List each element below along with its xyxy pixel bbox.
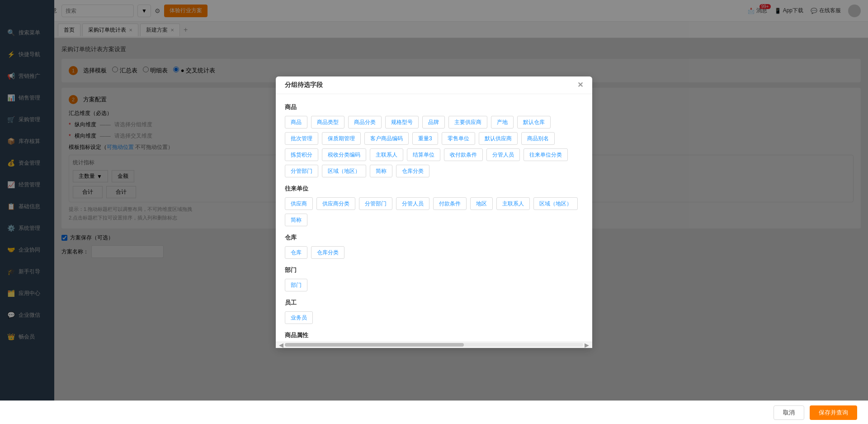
field-tag-default-warehouse[interactable]: 默认仓库 xyxy=(517,116,551,129)
field-tag-tax-code[interactable]: 税收分类编码 xyxy=(322,148,366,161)
modal-close-btn[interactable]: ✕ xyxy=(577,81,583,89)
field-tag-payment-terms[interactable]: 收付款条件 xyxy=(444,148,483,161)
field-tag-dept-mgmt[interactable]: 分管部门 xyxy=(285,165,318,177)
field-tags-dept: 部门 xyxy=(285,279,583,291)
cancel-button[interactable]: 取消 xyxy=(774,405,804,420)
scroll-left-btn[interactable]: ◀ xyxy=(278,342,285,348)
section-title-employee: 员工 xyxy=(285,299,583,307)
modal-scrollbar[interactable]: ◀ ▶ xyxy=(276,342,592,348)
field-tag-pick-points[interactable]: 拣货积分 xyxy=(285,148,318,161)
section-title-counterpart: 往来单位 xyxy=(285,185,583,193)
field-tag-product[interactable]: 商品 xyxy=(285,116,307,129)
field-tag-customer-code[interactable]: 客户商品编码 xyxy=(364,132,409,145)
field-tags-warehouse: 仓库 仓库分类 xyxy=(285,246,583,259)
scroll-right-btn[interactable]: ▶ xyxy=(583,342,590,348)
field-tags-product: 商品 商品类型 商品分类 规格型号 品牌 主要供应商 产地 默认仓库 批次管理 … xyxy=(285,116,583,177)
field-tag-brand[interactable]: 品牌 xyxy=(422,116,445,129)
field-tag-default-supplier[interactable]: 默认供应商 xyxy=(479,132,518,145)
field-tag-spec-model[interactable]: 规格型号 xyxy=(385,116,419,129)
field-tag-dept-mgmt2[interactable]: 分管部门 xyxy=(359,197,392,210)
field-tag-region-counterpart[interactable]: 区域（地区） xyxy=(533,197,578,210)
field-tag-origin[interactable]: 产地 xyxy=(491,116,514,129)
h-scrollbar-thumb xyxy=(285,343,464,347)
h-scrollbar[interactable] xyxy=(285,343,583,347)
modal-overlay: 分组待选字段 ✕ 商品 商品 商品类型 商品分类 规格型号 品牌 主要供应商 产… xyxy=(0,0,868,424)
field-tag-retail-unit[interactable]: 零售单位 xyxy=(442,132,475,145)
field-tag-supervisor2[interactable]: 分管人员 xyxy=(396,197,429,210)
field-tag-short-name2[interactable]: 简称 xyxy=(285,214,307,226)
modal-header: 分组待选字段 ✕ xyxy=(276,76,592,95)
modal-body: 商品 商品 商品类型 商品分类 规格型号 品牌 主要供应商 产地 默认仓库 批次… xyxy=(276,94,592,341)
field-tag-warehouse-cat[interactable]: 仓库分类 xyxy=(311,246,344,259)
field-tag-area[interactable]: 地区 xyxy=(470,197,493,210)
field-tag-short-name[interactable]: 简称 xyxy=(370,165,392,177)
field-tag-payment-conditions[interactable]: 付款条件 xyxy=(433,197,467,210)
field-tag-supplier[interactable]: 供应商 xyxy=(285,197,313,210)
section-title-warehouse: 仓库 xyxy=(285,233,583,242)
field-tag-main-supplier[interactable]: 主要供应商 xyxy=(448,116,487,129)
field-tag-main-contact[interactable]: 主联系人 xyxy=(370,148,403,161)
modal-title: 分组待选字段 xyxy=(285,81,323,89)
field-tag-settlement-unit[interactable]: 结算单位 xyxy=(407,148,440,161)
section-title-product-attr: 商品属性 xyxy=(285,331,583,339)
section-title-dept: 部门 xyxy=(285,266,583,274)
field-tag-warehouse-category[interactable]: 仓库分类 xyxy=(396,165,429,177)
field-tag-weight3[interactable]: 重量3 xyxy=(412,132,438,145)
field-tag-product-alias[interactable]: 商品别名 xyxy=(521,132,555,145)
modal-field-select: 分组待选字段 ✕ 商品 商品 商品类型 商品分类 规格型号 品牌 主要供应商 产… xyxy=(276,76,592,348)
field-tag-dept[interactable]: 部门 xyxy=(285,279,307,291)
field-tag-warehouse[interactable]: 仓库 xyxy=(285,246,307,259)
field-tag-salesperson[interactable]: 业务员 xyxy=(285,311,313,324)
section-title-product: 商品 xyxy=(285,103,583,111)
field-tag-shelf-life[interactable]: 保质期管理 xyxy=(322,132,361,145)
save-button[interactable]: 保存并查询 xyxy=(810,405,857,420)
field-tag-region-product[interactable]: 区域（地区） xyxy=(322,165,366,177)
field-tags-employee: 业务员 xyxy=(285,311,583,324)
field-tag-product-category[interactable]: 商品分类 xyxy=(348,116,382,129)
bottom-bar: 取消 保存并查询 xyxy=(0,400,868,424)
field-tag-supervisor[interactable]: 分管人员 xyxy=(486,148,520,161)
field-tag-product-type[interactable]: 商品类型 xyxy=(311,116,344,129)
field-tag-batch-mgmt[interactable]: 批次管理 xyxy=(285,132,318,145)
field-tag-counterpart-category[interactable]: 往来单位分类 xyxy=(524,148,568,161)
field-tags-counterpart: 供应商 供应商分类 分管部门 分管人员 付款条件 地区 主联系人 区域（地区） … xyxy=(285,197,583,226)
field-tag-supplier-category[interactable]: 供应商分类 xyxy=(316,197,355,210)
field-tag-main-contact2[interactable]: 主联系人 xyxy=(496,197,530,210)
